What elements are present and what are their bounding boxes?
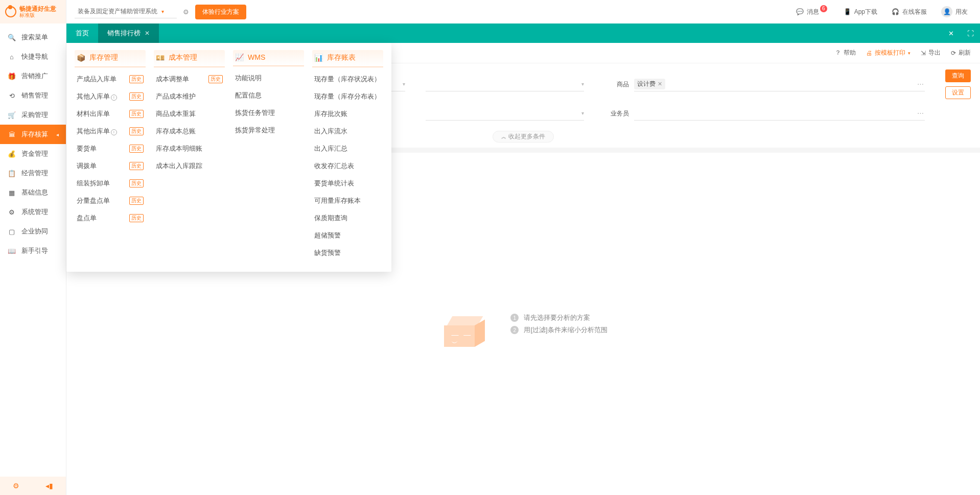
sidebar-collapse-icon[interactable]: ◂▮: [45, 482, 53, 490]
sidebar-item-4[interactable]: 🛒 采购管理: [0, 105, 66, 125]
mega-item[interactable]: 要货单历史: [75, 140, 146, 157]
mega-item[interactable]: 商品成本重算: [154, 105, 225, 123]
more-icon[interactable]: ⋯: [917, 80, 925, 88]
history-badge[interactable]: 历史: [129, 92, 144, 101]
mega-item[interactable]: 保质期查询: [312, 209, 383, 227]
history-badge[interactable]: 历史: [129, 75, 144, 83]
mega-item[interactable]: 库存成本明细账: [154, 140, 225, 157]
mega-item[interactable]: 材料出库单历史: [75, 105, 146, 123]
refresh-button[interactable]: ⟳ 刷新: [951, 49, 971, 57]
mega-item[interactable]: 调拨单历史: [75, 157, 146, 175]
sidebar-item-label: 资金管理: [21, 149, 48, 158]
chat-icon: 💬: [796, 8, 804, 15]
mega-item[interactable]: 现存量（库存状况表）: [312, 70, 383, 88]
system-selector[interactable]: 装备及固定资产辅助管理系统 ▾: [75, 5, 177, 18]
mega-item[interactable]: 要货单统计表: [312, 175, 383, 192]
mega-item[interactable]: 库存成本总账: [154, 123, 225, 140]
mega-item[interactable]: 超储预警: [312, 227, 383, 244]
salesman-filter-input[interactable]: ⋯: [634, 106, 925, 121]
export-button[interactable]: ⇲ 导出: [921, 49, 941, 57]
mega-col-icon: 📊: [314, 54, 323, 62]
mega-item[interactable]: 出入库流水: [312, 123, 383, 140]
trial-industry-button[interactable]: 体验行业方案: [195, 5, 246, 19]
sidebar-item-label: 营销推广: [21, 72, 48, 81]
sidebar-item-label: 搜索菜单: [21, 33, 48, 42]
sidebar-item-10[interactable]: ▢ 企业协同: [0, 222, 66, 241]
app-download-label: App下载: [854, 8, 877, 16]
mega-item-label: 库存批次账: [314, 109, 347, 119]
sidebar-item-label: 新手引导: [21, 246, 48, 255]
history-badge[interactable]: 历史: [129, 110, 144, 118]
product-filter-input[interactable]: 设计费 ✕ ⋯: [634, 77, 925, 91]
mega-col-header: 📈WMS: [233, 50, 304, 66]
sidebar-settings-icon[interactable]: ⚙: [13, 482, 19, 490]
tab-1[interactable]: 销售排行榜✕: [98, 23, 159, 43]
mega-item[interactable]: 现存量（库存分布表）: [312, 88, 383, 105]
query-button[interactable]: 查询: [945, 69, 971, 82]
salesman-label: 业务员: [604, 109, 629, 118]
product-chip[interactable]: 设计费 ✕: [634, 79, 665, 89]
sidebar-item-7[interactable]: 📋 经营管理: [0, 163, 66, 183]
history-badge[interactable]: 历史: [129, 127, 144, 135]
mega-item[interactable]: 缺货预警: [312, 244, 383, 262]
history-badge[interactable]: 历史: [129, 214, 144, 222]
template-print-button[interactable]: 🖨 按模板打印 ▾: [866, 49, 911, 57]
mega-item[interactable]: 拣货任务管理: [233, 104, 304, 122]
sidebar-item-3[interactable]: ⟲ 销售管理: [0, 86, 66, 105]
filter-hidden-mid-2[interactable]: ▾: [426, 106, 584, 121]
help-button[interactable]: ？ 帮助: [835, 49, 856, 57]
mega-item-label: 组装拆卸单: [77, 179, 110, 188]
filter-hidden-mid-1[interactable]: ▾: [426, 77, 584, 91]
mega-item[interactable]: 其他出库单i历史: [75, 123, 146, 140]
sidebar-item-2[interactable]: 🎁 营销推广: [0, 66, 66, 86]
mega-item[interactable]: 配置信息: [233, 87, 304, 104]
collapse-filters-button[interactable]: ︽ 收起更多条件: [493, 131, 554, 143]
history-badge[interactable]: 历史: [129, 162, 144, 170]
sidebar-item-5[interactable]: 🏛 库存核算◂: [0, 125, 66, 144]
messages-button[interactable]: 💬 消息 6: [792, 8, 833, 16]
nav-icon: 📖: [7, 246, 16, 255]
chip-remove-icon[interactable]: ✕: [658, 81, 662, 87]
mega-item[interactable]: 库存批次账: [312, 105, 383, 123]
mega-item[interactable]: 盘点单历史: [75, 209, 146, 227]
sidebar-item-11[interactable]: 📖 新手引导: [0, 241, 66, 261]
history-badge[interactable]: 历史: [129, 179, 144, 187]
sidebar-item-6[interactable]: 💰 资金管理: [0, 144, 66, 163]
sidebar-item-0[interactable]: 🔍 搜索菜单: [0, 28, 66, 47]
mega-item[interactable]: 组装拆卸单历史: [75, 175, 146, 192]
mega-item[interactable]: 成本调整单历史: [154, 70, 225, 88]
more-icon[interactable]: ⋯: [917, 109, 925, 117]
info-icon: i: [111, 129, 117, 135]
mega-item[interactable]: 功能说明: [233, 69, 304, 87]
sidebar-item-1[interactable]: ⌂ 快捷导航: [0, 47, 66, 66]
sidebar-item-8[interactable]: ▦ 基础信息: [0, 183, 66, 202]
system-settings-icon[interactable]: ⚙: [183, 8, 189, 16]
fullscreen-icon[interactable]: ⛶: [961, 23, 980, 43]
mega-item-label: 成本出入库跟踪: [156, 161, 202, 171]
user-name: 用友: [955, 8, 968, 16]
history-badge[interactable]: 历史: [129, 197, 144, 205]
mega-item-label: 现存量（库存状况表）: [314, 75, 381, 84]
tab-close-icon[interactable]: ✕: [145, 30, 150, 37]
cs-label: 在线客服: [902, 8, 927, 16]
mega-item[interactable]: 出入库汇总: [312, 140, 383, 157]
step-number-icon: 1: [510, 314, 519, 322]
mega-item[interactable]: 收发存汇总表: [312, 157, 383, 175]
sidebar-nav: 🔍 搜索菜单⌂ 快捷导航🎁 营销推广⟲ 销售管理🛒 采购管理🏛 库存核算◂💰 资…: [0, 23, 66, 477]
settings-button[interactable]: 设置: [945, 86, 971, 99]
mega-item[interactable]: 分量盘点单历史: [75, 192, 146, 209]
mega-item[interactable]: 其他入库单i历史: [75, 88, 146, 105]
tab-0[interactable]: 首页: [66, 23, 98, 43]
mega-item[interactable]: 拣货异常处理: [233, 122, 304, 139]
customer-service-button[interactable]: 🎧 在线客服: [888, 8, 931, 16]
history-badge[interactable]: 历史: [208, 75, 223, 83]
app-download-button[interactable]: 📱 App下载: [839, 8, 881, 16]
mega-item[interactable]: 成本出入库跟踪: [154, 157, 225, 175]
mega-item[interactable]: 可用量库存账本: [312, 192, 383, 209]
history-badge[interactable]: 历史: [129, 145, 144, 153]
mega-item[interactable]: 产品成本维护: [154, 88, 225, 105]
user-menu[interactable]: 👤 用友: [937, 6, 972, 17]
mega-item[interactable]: 产成品入库单历史: [75, 70, 146, 88]
sidebar-item-9[interactable]: ⚙ 系统管理: [0, 202, 66, 222]
tabs-close-all-icon[interactable]: ✕: [941, 23, 961, 43]
